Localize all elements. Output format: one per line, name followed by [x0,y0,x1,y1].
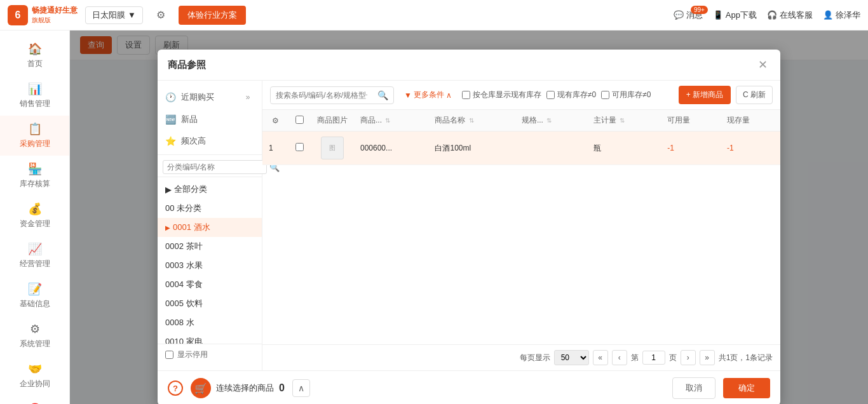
basic-info-icon: 📝 [28,282,42,296]
more-filter-button[interactable]: ▼ 更多条件 ∧ [399,87,457,103]
col-available-header[interactable]: 可用量 [661,110,721,131]
cat-item-0010[interactable]: 0010 家电 [158,332,262,344]
sidebar-item-guide[interactable]: 🎯 新手引导 [0,396,69,404]
row-available: -1 [661,131,721,165]
select-all-checkbox[interactable] [295,116,304,124]
operations-icon: 📈 [28,242,42,256]
last-page-button[interactable]: » [700,350,715,365]
pagination: 每页显示 50 10 20 100 « ‹ 第 页 [262,344,780,370]
cat-item-0002[interactable]: 0002 茶叶 [158,237,262,256]
sort-code-icon: ⇅ [385,117,390,124]
sidebar: 🏠 首页 📊 销售管理 📋 采购管理 🏪 库存核算 💰 资金管理 📈 经营管理 … [0,30,70,404]
table-header-row: ⚙ 商品图片 商品... ⇅ [262,110,780,131]
col-stock-header[interactable]: 现存量 [721,110,780,131]
table-row[interactable]: 1 图 000600... 白酒100ml [262,131,780,165]
new-icon: 🆕 [165,114,176,125]
right-panel: 🔍 ▼ 更多条件 ∧ 按仓库显示现有库存 [262,81,780,370]
available-stock-checkbox-label[interactable]: 可用库存≠0 [601,90,651,100]
user-avatar[interactable]: 👤 徐泽华 [823,10,860,21]
product-table-wrapper: ⚙ 商品图片 商品... ⇅ [262,110,780,344]
cat-item-0004[interactable]: 0004 零食 [158,275,262,294]
sidebar-item-enterprise[interactable]: 🤝 企业协同 [0,356,69,396]
star-icon: ⭐ [165,136,176,146]
settings-icon[interactable]: ⚙ [151,5,171,25]
system-icon: ⚙ [30,322,40,336]
high-frequency-item[interactable]: ⭐ 频次高 [158,130,262,152]
fold-button[interactable]: ∧ [292,379,310,397]
first-page-button[interactable]: « [593,350,608,365]
add-product-button[interactable]: + 新增商品 [679,86,731,104]
refresh-button[interactable]: C 刷新 [736,86,773,104]
confirm-button[interactable]: 确定 [723,378,770,398]
cart-icon[interactable]: 🛒 [191,378,211,398]
category-list: ▶ 全部分类 00 未分类 ▶ 0001 酒水 0002 茶 [158,177,262,344]
sort-name-icon: ⇅ [469,117,474,124]
sidebar-item-sales[interactable]: 📊 销售管理 [0,76,69,116]
show-disabled-checkbox[interactable] [165,351,173,359]
available-stock-checkbox[interactable] [601,91,609,99]
store-selector[interactable]: 日太阳膜 ▼ [85,6,143,24]
cart-area: 🛒 连续选择的商品 0 [191,378,285,398]
col-code-header[interactable]: 商品... ⇅ [354,110,428,131]
warehouse-stock-checkbox[interactable] [462,91,470,99]
category-search-input[interactable] [163,160,267,174]
cat-item-0008[interactable]: 0008 水 [158,313,262,332]
sidebar-item-finance[interactable]: 💰 资金管理 [0,196,69,236]
prev-page-button[interactable]: ‹ [612,350,627,365]
cancel-button[interactable]: 取消 [672,377,715,399]
col-unit-header[interactable]: 主计量 ⇅ [587,110,661,131]
app-icon: 📱 [713,10,723,20]
sidebar-item-operations[interactable]: 📈 经营管理 [0,236,69,276]
current-stock-checkbox-label[interactable]: 现有库存≠0 [546,90,596,100]
row-unit: 瓶 [587,131,661,165]
user-icon: 👤 [823,10,833,20]
product-search-button[interactable]: 🔍 [372,87,393,104]
message-button[interactable]: 💬 消息 99+ [674,10,703,21]
warehouse-stock-checkbox-label[interactable]: 按仓库显示现有库存 [462,90,541,100]
main-layout: 🏠 首页 📊 销售管理 📋 采购管理 🏪 库存核算 💰 资金管理 📈 经营管理 … [0,30,868,404]
sidebar-item-basic-info[interactable]: 📝 基础信息 [0,276,69,316]
logo-text: 畅捷通好生意 旗舰版 [32,5,78,25]
col-check[interactable] [288,110,311,131]
col-name-header[interactable]: 商品名称 ⇅ [428,110,515,131]
current-stock-checkbox[interactable] [546,91,555,99]
page-size-select[interactable]: 50 10 20 100 [554,350,589,365]
online-service-button[interactable]: 🎧 在线客服 [767,10,813,21]
help-button[interactable]: ? [168,380,183,396]
finance-icon: 💰 [28,202,42,216]
cat-item-00[interactable]: 00 未分类 [158,199,262,218]
sidebar-item-home[interactable]: 🏠 首页 [0,36,69,76]
modal-close-button[interactable]: ✕ [755,57,770,72]
row-name: 白酒100ml [428,131,515,165]
product-search-box: 🔍 [270,86,394,104]
divider [158,154,262,155]
page-input[interactable] [642,351,665,365]
sidebar-item-purchase[interactable]: 📋 采购管理 [0,116,69,156]
filter-icon: ▼ [404,91,412,100]
cat-item-0003[interactable]: 0003 水果 [158,256,262,275]
col-settings[interactable]: ⚙ [262,110,288,131]
next-page-button[interactable]: › [681,350,696,365]
sidebar-item-system[interactable]: ⚙ 系统管理 [0,316,69,356]
product-table: ⚙ 商品图片 商品... ⇅ [262,110,780,165]
cat-item-0001[interactable]: ▶ 0001 酒水 [158,218,262,237]
new-product-item[interactable]: 🆕 新品 [158,109,262,130]
cat-item-all[interactable]: ▶ 全部分类 [158,180,262,199]
collapse-icon[interactable]: » [241,91,254,104]
sidebar-item-inventory[interactable]: 🏪 库存核算 [0,156,69,196]
col-spec-header[interactable]: 规格... ⇅ [515,110,587,131]
enterprise-icon: 🤝 [28,362,42,376]
left-panel: 🕐 近期购买 » 🆕 新品 ⭐ 频次高 [158,81,262,370]
product-search-input[interactable] [271,88,372,103]
trial-button[interactable]: 体验行业方案 [179,6,246,25]
row-checkbox[interactable] [295,143,304,151]
row-checkbox-cell[interactable] [288,131,311,165]
content-area: 查询 设置 刷新 商品参照 ✕ 🕐 近期购买 [70,30,868,404]
show-disabled-area: 显示停用 [158,344,262,365]
recent-purchase-item[interactable]: 🕐 近期购买 » [158,86,262,109]
app-download-button[interactable]: 📱 App下载 [713,10,757,21]
logo-icon: 6 [8,5,28,25]
modal-overlay: 商品参照 ✕ 🕐 近期购买 » 🆕 新品 [70,30,868,404]
cat-item-0005[interactable]: 0005 饮料 [158,294,262,313]
total-info: 共1页，1条记录 [719,353,773,363]
